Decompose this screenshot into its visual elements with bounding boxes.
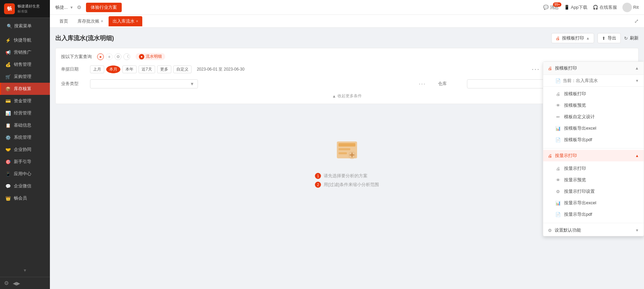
biz-more-icon[interactable]: ··· xyxy=(203,80,433,87)
svg-rect-1 xyxy=(339,143,355,147)
sidebar-item-guide[interactable]: 🎯 新手引导 xyxy=(0,156,50,168)
sidebar-item-basic-info[interactable]: 📋 基础信息 xyxy=(0,119,50,131)
sidebar-item-label: 企业协同 xyxy=(14,147,31,153)
dropdown-default-settings[interactable]: ⚙ 设置默认功能 ▼ xyxy=(543,225,644,236)
message-btn[interactable]: 💬 消息 99+ xyxy=(543,4,559,10)
template-preview-label: 按模板预览 xyxy=(564,102,586,108)
online-service-label: 在线客服 xyxy=(599,4,617,10)
tab-home[interactable]: 首页 xyxy=(55,16,72,26)
biz-type-label: 业务类型 xyxy=(61,81,85,87)
collapse-btn[interactable]: ▲ 收起更多条件 xyxy=(332,93,362,99)
date-custom-btn[interactable]: 自定义 xyxy=(173,65,192,73)
display-print-label: 按显示打印 xyxy=(564,165,586,172)
sidebar-item-label: 畅会员 xyxy=(14,195,27,201)
sidebar-item-label: 销售管理 xyxy=(14,61,31,68)
export-action[interactable]: ⬆ 导出 xyxy=(597,33,621,43)
dropdown-template-preview[interactable]: 👁 按模板预览 xyxy=(543,100,644,111)
date-last7days-btn[interactable]: 近7天 xyxy=(139,65,155,73)
dropdown-template-export-excel[interactable]: 📊 按模板导出excel xyxy=(543,123,644,134)
app-download-label: App下载 xyxy=(571,4,587,10)
sidebar-item-purchase[interactable]: 🛒 采购管理 xyxy=(0,71,50,83)
dropdown-display-print-settings[interactable]: ⚙ 按显示打印设置 xyxy=(543,186,644,197)
username-display: 畅捷... xyxy=(55,4,68,10)
date-last-month-btn[interactable]: 上月 xyxy=(90,65,104,73)
filter-collapse-icon[interactable]: 《 xyxy=(123,53,130,60)
tab-inventory-flow[interactable]: 出入库流水 × xyxy=(109,16,142,26)
date-this-year-btn[interactable]: 本年 xyxy=(122,65,137,73)
tab-inventory-batch-close[interactable]: × xyxy=(101,19,103,24)
collapse-sidebar-icon[interactable]: ◀▶ xyxy=(13,281,20,286)
tab-inventory-batch[interactable]: 库存批次账 × xyxy=(74,16,107,26)
preview-icon: 👁 xyxy=(555,103,561,108)
sidebar-item-inventory[interactable]: 📦 库存核算 xyxy=(0,83,50,95)
settings-bottom-icon[interactable]: ⚙ xyxy=(4,280,9,286)
template-print-action[interactable]: 🖨 按模板打印 ▲ xyxy=(551,33,594,43)
biz-type-select[interactable]: ▼ xyxy=(90,79,198,88)
template-section: 🖨 按模板打印 👁 按模板预览 ✏ 模板自定义设计 📊 按模板导出excel 📄 xyxy=(543,87,644,147)
pdf-icon: 📄 xyxy=(555,137,561,142)
search-menu-label: 搜索菜单 xyxy=(14,23,32,29)
sidebar-item-marketing[interactable]: 📢 营销推广 xyxy=(0,46,50,58)
dropdown-display-export-pdf[interactable]: 📄 按显示导出pdf xyxy=(543,209,644,220)
purchase-icon: 🛒 xyxy=(5,74,11,80)
sidebar-item-operations[interactable]: 📊 经营管理 xyxy=(0,107,50,119)
date-more-btn[interactable]: 更多 xyxy=(157,65,171,73)
sidebar-item-cooperation[interactable]: 🤝 企业协同 xyxy=(0,143,50,156)
dropdown-template-print[interactable]: 🖨 按模板打印 xyxy=(543,88,644,100)
trial-btn[interactable]: 体验行业方案 xyxy=(86,3,122,12)
search-icon: 🔍 xyxy=(7,24,12,29)
empty-steps: 1 请先选择要分析的方案 2 用[过滤]条件来缩小分析范围 xyxy=(315,173,379,188)
display-preview-label: 按显示预览 xyxy=(564,177,586,183)
dropdown-display-preview[interactable]: 👁 按显示预览 xyxy=(543,174,644,186)
sidebar-item-quick-nav[interactable]: ⚡ 快捷导航 xyxy=(0,34,50,46)
dropdown-collapse-arrow[interactable]: ▲ xyxy=(635,66,639,71)
tab-expand-btn[interactable]: ⤢ xyxy=(634,18,639,24)
filter-settings-icon[interactable]: ⚙ xyxy=(115,53,121,60)
user-avatar-btn[interactable]: Rit xyxy=(622,3,639,12)
sidebar-item-app-center[interactable]: 📱 应用中心 xyxy=(0,168,50,180)
filter-tag-active[interactable]: ● xyxy=(97,53,104,60)
default-settings-content: ⚙ 设置默认功能 xyxy=(548,227,581,233)
quick-nav-icon: ⚡ xyxy=(5,37,11,43)
search-menu-item[interactable]: 🔍 搜索菜单 xyxy=(3,21,47,31)
tab-inventory-flow-close[interactable]: × xyxy=(136,19,138,24)
dropdown-display-print[interactable]: 🖨 按显示打印 xyxy=(543,163,644,174)
app-logo: 畅 畅捷通好生意 标准版 xyxy=(0,0,50,18)
sidebar-item-finance[interactable]: 💳 资金管理 xyxy=(0,95,50,107)
message-icon: 💬 xyxy=(543,5,549,10)
empty-svg xyxy=(330,131,364,165)
date-more-options[interactable]: ··· xyxy=(532,65,540,74)
sidebar-item-sales[interactable]: 💰 销售管理 xyxy=(0,58,50,71)
sidebar-item-vip[interactable]: 👑 畅会员 xyxy=(0,192,50,204)
filter-row-scheme: 按以下方案查询 ● + ⚙ 《 ● 流水明细 xyxy=(61,53,633,60)
user-name-display: Rit xyxy=(633,5,639,10)
biz-type-arrow: ▼ xyxy=(190,81,194,86)
topbar-gear-icon[interactable]: ⚙ xyxy=(77,4,81,10)
display-print-section-header[interactable]: 🖨 按显示打印 ▲ xyxy=(543,150,644,161)
online-service-btn[interactable]: 🎧 在线客服 xyxy=(593,4,617,10)
dropdown-display-export-excel[interactable]: 📊 按显示导出excel xyxy=(543,197,644,209)
tab-inventory-batch-label: 库存批次账 xyxy=(78,18,99,24)
refresh-action[interactable]: ↻ 刷新 xyxy=(624,35,639,41)
sidebar-item-weixin[interactable]: 💬 企业微信 xyxy=(0,180,50,192)
sidebar-item-label: 库存核算 xyxy=(14,86,31,92)
date-this-month-btn[interactable]: 本月 xyxy=(106,65,120,73)
svg-rect-2 xyxy=(339,148,350,150)
current-icon: 📄 xyxy=(555,78,561,83)
display-print-header-icon: 🖨 xyxy=(548,153,552,158)
section-divider xyxy=(543,148,644,149)
template-excel-label: 按模板导出excel xyxy=(564,125,596,131)
default-settings-arrow: ▼ xyxy=(635,228,639,232)
dropdown-template-custom[interactable]: ✏ 模板自定义设计 xyxy=(543,111,644,123)
dropdown-template-export-pdf[interactable]: 📄 按模板导出pdf xyxy=(543,134,644,146)
export-icon: ⬆ xyxy=(602,36,606,41)
cooperation-icon: 🤝 xyxy=(5,147,11,153)
display-print-header-content: 🖨 按显示打印 xyxy=(548,153,577,159)
expand-chevron-icon: ▲ xyxy=(586,36,590,40)
sidebar-item-system[interactable]: ⚙️ 系统管理 xyxy=(0,131,50,143)
page-title: 出入库流水(流水明细) xyxy=(55,34,114,42)
app-download-btn[interactable]: 📱 App下载 xyxy=(564,4,587,10)
user-dropdown-arrow[interactable]: ▼ xyxy=(70,5,74,9)
sidebar-item-label: 资金管理 xyxy=(14,98,31,104)
filter-add-btn[interactable]: + xyxy=(106,53,113,60)
